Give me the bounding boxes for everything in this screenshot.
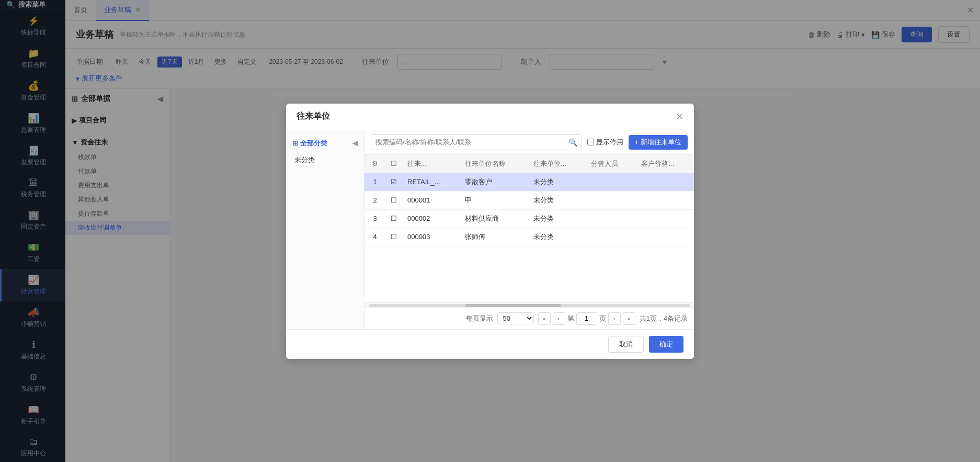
grid-icon-modal: ⊞ bbox=[292, 139, 298, 147]
row-seq: 2 bbox=[364, 191, 385, 209]
row-price bbox=[636, 173, 694, 191]
page-size-label: 每页显示 bbox=[466, 314, 493, 323]
modal-sidebar-item-uncategorized[interactable]: 未分类 bbox=[286, 152, 364, 168]
row-seq: 4 bbox=[364, 228, 385, 246]
row-category: 未分类 bbox=[528, 209, 586, 228]
modal-table: ⚙ ☐ 往来... 往来单位名称 往来单位... 分管人员 客户价格... bbox=[364, 155, 694, 302]
row-name: 零散客户 bbox=[460, 173, 528, 191]
row-price bbox=[636, 228, 694, 246]
modal-overlay: 往来单位 ✕ ⊞ 全部分类 ◀ 未分类 🔍 bbox=[0, 0, 980, 462]
row-category: 未分类 bbox=[528, 173, 586, 191]
row-seq: 3 bbox=[364, 209, 385, 228]
row-category: 未分类 bbox=[528, 191, 586, 209]
page-number-input[interactable] bbox=[576, 312, 597, 325]
row-price bbox=[636, 209, 694, 228]
search-icon-modal: 🔍 bbox=[568, 138, 577, 147]
show-disabled-checkbox[interactable] bbox=[587, 139, 594, 145]
modal-body: ⊞ 全部分类 ◀ 未分类 🔍 显示停用 bbox=[286, 130, 694, 329]
row-manager bbox=[586, 191, 636, 209]
units-table: ⚙ ☐ 往来... 往来单位名称 往来单位... 分管人员 客户价格... bbox=[364, 155, 694, 246]
show-disabled-label: 显示停用 bbox=[596, 138, 623, 147]
modal-scrollbar[interactable] bbox=[364, 302, 694, 308]
modal-sidebar: ⊞ 全部分类 ◀ 未分类 bbox=[286, 130, 364, 329]
col-category-header: 往来单位... bbox=[528, 155, 586, 173]
table-row[interactable]: 4 ☐ 000003 张师傅 未分类 bbox=[364, 228, 694, 246]
row-name: 材料供应商 bbox=[460, 209, 528, 228]
modal-search-box: 🔍 bbox=[371, 134, 582, 150]
pagination-controls: « ‹ 第 页 › » bbox=[538, 312, 635, 325]
scrollbar-thumb[interactable] bbox=[465, 304, 561, 307]
page-size-select[interactable]: 50 100 bbox=[497, 312, 534, 324]
modal-close-icon[interactable]: ✕ bbox=[676, 111, 683, 122]
row-check[interactable]: ☐ bbox=[385, 228, 402, 246]
row-price bbox=[636, 191, 694, 209]
row-code: 000003 bbox=[402, 228, 460, 246]
row-manager bbox=[586, 228, 636, 246]
row-seq: 1 bbox=[364, 173, 385, 191]
modal-pagination: 每页显示 50 100 « ‹ 第 页 › » 共1页，4条记录 bbox=[364, 308, 694, 329]
modal-sidebar-header: ⊞ 全部分类 ◀ bbox=[286, 134, 364, 152]
modal-sidebar-collapse-icon[interactable]: ◀ bbox=[352, 139, 358, 147]
modal-toolbar: 🔍 显示停用 + 新增往来单位 bbox=[364, 130, 694, 155]
page-total-info: 共1页，4条记录 bbox=[640, 314, 688, 323]
first-page-button[interactable]: « bbox=[538, 312, 551, 325]
row-check[interactable]: ☐ bbox=[385, 191, 402, 209]
col-name-header: 往来单位名称 bbox=[460, 155, 528, 173]
table-row[interactable]: 3 ☐ 000002 材料供应商 未分类 bbox=[364, 209, 694, 228]
table-header-row: ⚙ ☐ 往来... 往来单位名称 往来单位... 分管人员 客户价格... bbox=[364, 155, 694, 173]
page-num-label: 第 bbox=[567, 314, 574, 323]
row-name: 甲 bbox=[460, 191, 528, 209]
modal-dialog: 往来单位 ✕ ⊞ 全部分类 ◀ 未分类 🔍 bbox=[286, 104, 694, 359]
row-check[interactable]: ☐ bbox=[385, 209, 402, 228]
row-check[interactable]: ☑ bbox=[385, 173, 402, 191]
modal-title: 往来单位 bbox=[297, 111, 330, 122]
confirm-button[interactable]: 确定 bbox=[649, 336, 683, 353]
modal-search-input[interactable] bbox=[375, 138, 565, 146]
row-code: 000002 bbox=[402, 209, 460, 228]
show-disabled-checkbox-label[interactable]: 显示停用 bbox=[587, 138, 623, 147]
col-check-header[interactable]: ☐ bbox=[385, 155, 402, 173]
last-page-button[interactable]: » bbox=[623, 312, 635, 325]
add-unit-button[interactable]: + 新增往来单位 bbox=[629, 135, 688, 150]
row-manager bbox=[586, 173, 636, 191]
modal-footer: 取消 确定 bbox=[286, 329, 694, 359]
col-code-header: 往来... bbox=[402, 155, 460, 173]
row-name: 张师傅 bbox=[460, 228, 528, 246]
table-row[interactable]: 2 ☐ 000001 甲 未分类 bbox=[364, 191, 694, 209]
row-code: RETAIL_... bbox=[402, 173, 460, 191]
cancel-button[interactable]: 取消 bbox=[608, 336, 644, 353]
modal-sidebar-title: 全部分类 bbox=[300, 139, 327, 148]
row-manager bbox=[586, 209, 636, 228]
scrollbar-track bbox=[369, 304, 690, 307]
col-manager-header: 分管人员 bbox=[586, 155, 636, 173]
col-price-header: 客户价格... bbox=[636, 155, 694, 173]
next-page-button[interactable]: › bbox=[608, 312, 621, 325]
page-label: 页 bbox=[599, 314, 606, 323]
row-category: 未分类 bbox=[528, 228, 586, 246]
col-settings-header[interactable]: ⚙ bbox=[364, 155, 385, 173]
modal-header: 往来单位 ✕ bbox=[286, 104, 694, 130]
row-code: 000001 bbox=[402, 191, 460, 209]
table-row[interactable]: 1 ☑ RETAIL_... 零散客户 未分类 bbox=[364, 173, 694, 191]
modal-main: 🔍 显示停用 + 新增往来单位 ⚙ ☐ bbox=[364, 130, 694, 329]
prev-page-button[interactable]: ‹ bbox=[553, 312, 565, 325]
